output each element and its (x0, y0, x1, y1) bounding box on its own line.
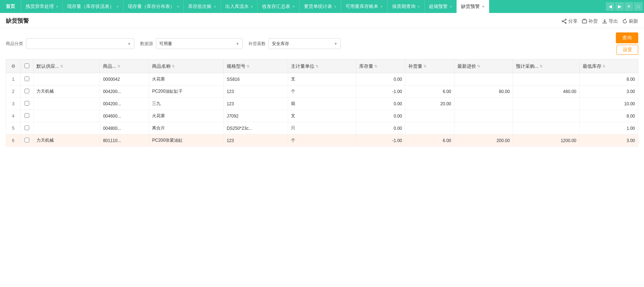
close-icon[interactable]: × (292, 4, 295, 9)
row-product-name: PC200张紧油缸 (149, 134, 223, 147)
row-latest-price (454, 110, 513, 122)
th-latest-price[interactable]: 最新进价 ⇅ (454, 59, 513, 73)
row-checkbox[interactable] (25, 138, 29, 142)
th-stock[interactable]: 库存量 ⇅ (356, 59, 405, 73)
tab-2[interactable]: 现存量（库存状况表） × (63, 0, 123, 13)
th-unit[interactable]: 主计量单位 ⇅ (288, 59, 356, 73)
tab-next-button[interactable]: ▶ (615, 2, 624, 11)
sort-icon: ⇅ (247, 64, 249, 68)
tab-7[interactable]: 要货单统计表 × (300, 0, 341, 13)
page-header: 缺货预警 分享 补货 导出 刷新 (0, 13, 644, 28)
tab-prev-button[interactable]: ◀ (606, 2, 614, 11)
row-stock: 0.00 (356, 73, 405, 85)
row-index: 1 (6, 73, 21, 85)
table-header-row: ⚙ 默认供应... ⇅ 商品... ⇅ (6, 59, 638, 73)
replenish-icon (582, 19, 587, 24)
row-index: 3 (6, 98, 21, 110)
share-button[interactable]: 分享 (562, 18, 578, 25)
tab-8[interactable]: 可用量库存账本 × (341, 0, 387, 13)
table-row: 5004800...离合片DS250*23c...只0.001.00 (6, 122, 638, 134)
row-unit: 支 (288, 73, 356, 85)
row-estimated-purchase (513, 98, 579, 110)
table-row: 10000042火花塞SS816支0.008.00 (6, 73, 638, 85)
close-icon[interactable]: × (56, 4, 58, 9)
svg-line-4 (563, 21, 565, 23)
sort-icon: ⇅ (117, 64, 120, 68)
select-all-checkbox[interactable] (25, 63, 29, 68)
table-row: 3004200...三九123箱0.0020.0010.00 (6, 98, 638, 110)
settings-gear-icon[interactable]: ⚙ (10, 63, 17, 70)
th-default-supplier[interactable]: 默认供应... ⇅ (34, 59, 100, 73)
tab-5[interactable]: 出入库流水 × (221, 0, 258, 13)
close-icon[interactable]: × (334, 4, 336, 9)
tab-11[interactable]: 缺货预警 × (457, 0, 489, 13)
row-default-supplier: 力天机械 (34, 134, 100, 147)
filter-product-category: 商品分类 ▼ (6, 38, 134, 49)
sort-icon: ⇅ (423, 64, 426, 68)
svg-point-0 (565, 19, 566, 20)
tab-4[interactable]: 库存批次账 × (184, 0, 221, 13)
replenish-base-select[interactable]: 安全库存 ▼ (269, 38, 341, 49)
tab-9[interactable]: 保质期查询 × (388, 0, 425, 13)
th-estimated-purchase[interactable]: 预计采购... ⇅ (513, 59, 579, 73)
row-product-code: 004200... (100, 98, 149, 110)
row-product-code: 004600... (100, 110, 149, 122)
query-button[interactable]: 查询 (616, 32, 638, 43)
close-icon[interactable]: × (214, 4, 216, 9)
row-replenish: 20.00 (405, 98, 454, 110)
th-product-name[interactable]: 商品名称 ⇅ (149, 59, 223, 73)
row-checkbox[interactable] (25, 89, 29, 93)
row-unit: 箱 (288, 98, 356, 110)
row-estimated-purchase: 480.00 (513, 85, 579, 98)
page-content: 缺货预警 分享 补货 导出 刷新 商品分类 (0, 13, 644, 287)
tab-home[interactable]: 首页 (0, 0, 21, 13)
row-default-supplier (34, 110, 100, 122)
svg-rect-5 (582, 20, 587, 23)
product-category-select[interactable]: ▼ (26, 38, 134, 49)
row-checkbox-cell (21, 134, 34, 147)
svg-line-3 (563, 20, 565, 21)
sort-icon: ⇅ (60, 64, 63, 68)
sort-icon: ⇅ (316, 64, 318, 68)
replenish-base-value: 安全库存 (272, 41, 289, 47)
row-checkbox[interactable] (25, 101, 29, 106)
tab-nav-controls: ◀ ▶ ✕ □ (606, 2, 644, 11)
sort-icon: ⇅ (602, 64, 605, 68)
export-button[interactable]: 导出 (602, 18, 618, 25)
row-checkbox[interactable] (25, 76, 29, 81)
th-spec[interactable]: 规格型号 ⇅ (223, 59, 288, 73)
th-product-code[interactable]: 商品... ⇅ (100, 59, 149, 73)
close-icon[interactable]: × (177, 4, 179, 9)
tab-3[interactable]: 现存量（库存分布表） × (123, 0, 184, 13)
tab-close-button[interactable]: ✕ (625, 2, 633, 11)
svg-point-1 (565, 22, 566, 23)
tab-fullscreen-button[interactable]: □ (634, 2, 643, 11)
replenish-button[interactable]: 补货 (582, 18, 598, 25)
row-product-code: 004200... (100, 85, 149, 98)
setting-button[interactable]: 设置 (617, 45, 638, 55)
tab-1[interactable]: 拣货异常处理 × (21, 0, 63, 13)
row-index: 4 (6, 110, 21, 122)
table-row: 2力天机械004200...PC200油缸缸子123个-1.006.0080.0… (6, 85, 638, 98)
th-replenish[interactable]: 补货量 ⇅ (405, 59, 454, 73)
close-icon[interactable]: × (380, 4, 383, 9)
chevron-down-icon: ▼ (334, 42, 338, 46)
th-min-stock[interactable]: 最低库存 ⇅ (579, 59, 638, 73)
row-estimated-purchase (513, 122, 579, 134)
row-latest-price: 80.00 (454, 85, 513, 98)
row-min-stock: 1.00 (579, 122, 638, 134)
data-source-select[interactable]: 可用量 ▼ (156, 38, 243, 49)
row-checkbox[interactable] (25, 113, 29, 118)
row-spec: 123 (223, 98, 288, 110)
tab-10[interactable]: 超储预警 × (425, 0, 457, 13)
close-icon[interactable]: × (116, 4, 118, 9)
close-icon[interactable]: × (251, 4, 253, 9)
tab-6[interactable]: 收发存汇总表 × (258, 0, 299, 13)
close-icon[interactable]: × (450, 4, 452, 9)
close-icon[interactable]: × (418, 4, 420, 9)
refresh-button[interactable]: 刷新 (622, 18, 638, 25)
close-icon[interactable]: × (482, 4, 484, 9)
row-product-code: 0000042 (100, 73, 149, 85)
row-checkbox[interactable] (25, 125, 29, 130)
sort-icon: ⇅ (374, 64, 377, 68)
